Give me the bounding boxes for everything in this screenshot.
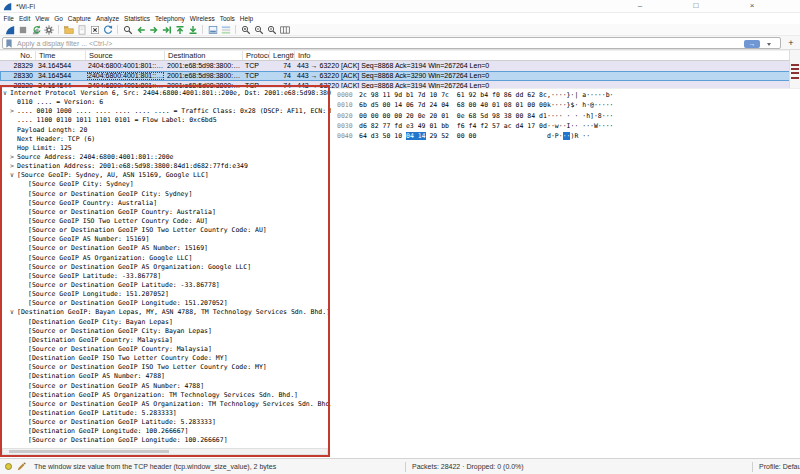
detail-line[interactable]: [Source or Destination GeoIP Longitude: … — [0, 436, 331, 445]
menu-item-help[interactable]: Help — [237, 15, 255, 22]
hex-row[interactable]: 002000 00 00 00 20 0e 20 01 0e 68 5d 98 … — [331, 111, 800, 121]
capture-options-icon[interactable] — [42, 24, 55, 35]
hex-ascii[interactable]: d·P···)R ·· — [547, 131, 590, 141]
go-to-packet-icon[interactable] — [160, 24, 173, 35]
zoom-in-icon[interactable] — [239, 24, 252, 35]
find-packet-icon[interactable] — [121, 24, 134, 35]
column-header-protocol[interactable]: Protocol — [243, 51, 270, 60]
menu-item-capture[interactable]: Capture — [65, 15, 93, 22]
expander-open-icon[interactable]: ∨ — [3, 89, 7, 98]
zoom-out-icon[interactable] — [252, 24, 265, 35]
packet-row[interactable]: 2833034.1645442404:6800:4001:801::200e20… — [0, 71, 800, 81]
detail-line[interactable]: [Destination GeoIP Longitude: 100.266667… — [0, 427, 331, 436]
profile-text[interactable]: Profile: Default — [759, 463, 800, 470]
hex-ascii[interactable]: ··w··I·· ···W···· — [547, 121, 614, 131]
packet-row-clipped[interactable]: 2832934.1645442404:6800:4001:801::200e20… — [0, 81, 800, 88]
detail-line[interactable]: ∨[Destination GeoIP: Bayan Lepas, MY, AS… — [0, 308, 331, 317]
close-button[interactable]: × — [743, 0, 761, 12]
display-filter-input[interactable]: Apply a display filter ... <Ctrl-/> → — [2, 37, 781, 49]
hex-bytes[interactable]: d6 82 77 fd e3 49 01 bb f6 f4 f2 57 ac d… — [359, 121, 547, 131]
menu-item-go[interactable]: Go — [52, 15, 66, 22]
detail-line[interactable]: [Source GeoIP Latitude: -33.86778] — [0, 272, 331, 281]
detail-line[interactable]: Hop Limit: 125 — [0, 144, 331, 153]
detail-line[interactable]: [Source or Destination GeoIP Country: Ma… — [0, 345, 331, 354]
column-header-time[interactable]: Time — [36, 51, 86, 60]
detail-line[interactable]: Payload Length: 20 — [0, 126, 331, 135]
hex-ascii[interactable]: k····}$· h·@····· — [547, 100, 614, 110]
detail-line[interactable]: Next Header: TCP (6) — [0, 135, 331, 144]
hex-row[interactable]: 00002c 98 11 9d b1 7d 10 7c 61 92 b4 f0 … — [331, 90, 800, 100]
close-file-icon[interactable] — [88, 24, 101, 35]
expander-open-icon[interactable]: ∨ — [10, 171, 14, 180]
detail-line[interactable]: >Source Address: 2404:6800:4001:801::200… — [0, 153, 331, 162]
details-horizontal-scrollbar[interactable] — [2, 448, 328, 455]
detail-line[interactable]: [Source GeoIP AS Number: 15169] — [0, 235, 331, 244]
reload-icon[interactable] — [101, 24, 114, 35]
detail-line[interactable]: [Source GeoIP Longitude: 151.207052] — [0, 290, 331, 299]
menu-item-analyze[interactable]: Analyze — [93, 15, 121, 22]
menu-item-telephony[interactable]: Telephony — [153, 15, 188, 22]
detail-line[interactable]: 0110 .... = Version: 6 — [0, 98, 331, 107]
column-header-source[interactable]: Source — [86, 51, 165, 60]
expander-closed-icon[interactable]: > — [10, 162, 14, 171]
menu-item-tools[interactable]: Tools — [217, 15, 237, 22]
detail-line[interactable]: [Source or Destination GeoIP Latitude: -… — [0, 281, 331, 290]
next-packet-icon[interactable] — [147, 24, 160, 35]
detail-line[interactable]: [Source or Destination GeoIP Country: Au… — [0, 208, 331, 217]
column-header-destination[interactable]: Destination — [165, 51, 243, 60]
expander-closed-icon[interactable]: > — [10, 107, 14, 116]
hex-bytes[interactable]: 6b d5 00 14 06 7d 24 04 68 00 40 01 08 0… — [359, 100, 547, 110]
hex-bytes[interactable]: 00 00 00 00 20 0e 20 01 0e 68 5d 98 38 0… — [359, 111, 547, 121]
open-file-icon[interactable] — [62, 24, 75, 35]
detail-line[interactable]: [Source GeoIP Country: Australia] — [0, 199, 331, 208]
expert-info-icon[interactable] — [5, 463, 12, 470]
detail-line[interactable]: [Source or Destination GeoIP AS Number: … — [0, 382, 331, 391]
column-header-length[interactable]: Length — [270, 51, 295, 60]
detail-line[interactable]: [Destination GeoIP AS Organization: TM T… — [0, 391, 331, 400]
hex-row[interactable]: 0030d6 82 77 fd e3 49 01 bb f6 f4 f2 57 … — [331, 121, 800, 131]
minimize-button[interactable]: – — [631, 0, 649, 12]
expander-closed-icon[interactable]: > — [10, 153, 14, 162]
column-header-info[interactable]: Info — [295, 51, 800, 60]
restart-capture-icon[interactable] — [29, 24, 42, 35]
detail-line[interactable]: [Source or Destination GeoIP AS Number: … — [0, 244, 331, 253]
maximize-button[interactable]: □ — [687, 0, 705, 12]
packet-row[interactable]: 2832934.1645442404:6800:4001:801::200e20… — [0, 61, 800, 71]
save-file-icon[interactable] — [75, 24, 88, 35]
detail-line[interactable]: ∨Internet Protocol Version 6, Src: 2404:… — [0, 89, 331, 98]
detail-line[interactable]: [Source or Destination GeoIP ISO Two Let… — [0, 226, 331, 235]
hex-row[interactable]: 004064 d3 50 10 04 14 29 52 00 00d·P···)… — [331, 131, 800, 141]
expander-open-icon[interactable]: ∨ — [10, 308, 14, 317]
filter-dropdown-icon[interactable] — [767, 43, 771, 46]
stop-capture-icon[interactable] — [16, 24, 29, 35]
detail-line[interactable]: [Source or Destination GeoIP City: Sydne… — [0, 190, 331, 199]
detail-line[interactable]: [Source or Destination GeoIP AS Organiza… — [0, 263, 331, 272]
last-packet-icon[interactable] — [186, 24, 199, 35]
zoom-100-icon[interactable] — [265, 24, 278, 35]
packet-list-scrollbar[interactable] — [789, 50, 800, 88]
add-filter-button[interactable]: + — [785, 37, 797, 49]
detail-line[interactable]: .... 1100 0110 1011 1101 0101 = Flow Lab… — [0, 116, 331, 125]
capture-comment-icon[interactable] — [17, 462, 26, 472]
menu-item-view[interactable]: View — [33, 15, 52, 22]
detail-line[interactable]: [Destination GeoIP Country: Malaysia] — [0, 336, 331, 345]
scrollbar-thumb[interactable] — [9, 450, 169, 453]
detail-line[interactable]: [Source or Destination GeoIP ISO Two Let… — [0, 363, 331, 372]
menu-item-file[interactable]: File — [1, 15, 16, 22]
hex-bytes[interactable]: 2c 98 11 9d b1 7d 10 7c 61 92 b4 f0 86 d… — [359, 90, 547, 100]
detail-line[interactable]: [Destination GeoIP City: Bayan Lepas] — [0, 318, 331, 327]
detail-line[interactable]: [Source GeoIP ISO Two Letter Country Cod… — [0, 217, 331, 226]
menu-item-edit[interactable]: Edit — [16, 15, 32, 22]
hex-bytes[interactable]: 64 d3 50 10 04 14 29 52 00 00 — [359, 131, 476, 141]
previous-packet-icon[interactable] — [134, 24, 147, 35]
detail-line[interactable]: [Source or Destination GeoIP AS Organiza… — [0, 400, 331, 409]
first-packet-icon[interactable] — [173, 24, 186, 35]
resize-columns-icon[interactable] — [278, 24, 291, 35]
detail-line[interactable]: [Source GeoIP AS Organization: Google LL… — [0, 254, 331, 263]
detail-line[interactable]: [Source or Destination GeoIP City: Bayan… — [0, 327, 331, 336]
detail-line[interactable]: [Source or Destination GeoIP Latitude: 5… — [0, 418, 331, 427]
hex-row[interactable]: 00106b d5 00 14 06 7d 24 04 68 00 40 01 … — [331, 100, 800, 110]
detail-line[interactable]: [Destination GeoIP AS Number: 4788] — [0, 372, 331, 381]
hex-ascii[interactable]: ,····}·| a·····b· — [547, 90, 614, 100]
packet-row-partial[interactable]: 2832934.1645442404:6800:4001:801::200e20… — [0, 81, 800, 88]
